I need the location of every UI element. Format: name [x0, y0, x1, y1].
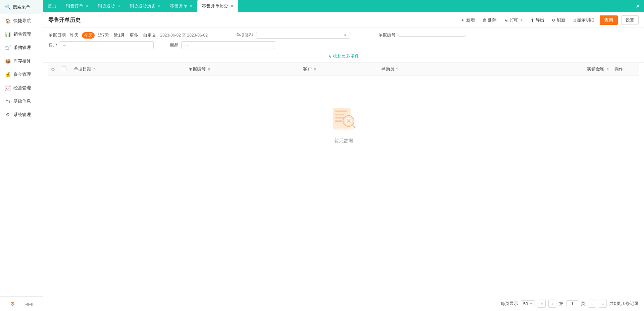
pagination-summary: 共0页, 0条记录 [609, 301, 639, 307]
th-settings[interactable]: ⚙ [48, 63, 59, 75]
th-salesperson-label: 导购员 [381, 66, 394, 71]
window-close-icon[interactable]: ✕ [636, 3, 640, 9]
tab-retail-history-label: 零售开单历史 [202, 3, 228, 9]
add-button[interactable]: ＋ 新增 [458, 16, 477, 24]
page-size-select[interactable]: 50 ▼ [521, 300, 535, 307]
customer-placeholder: ··· [63, 43, 66, 48]
th-amount-label: 实销金额 [587, 66, 604, 71]
settings-footer-icon[interactable]: ⚙ [10, 301, 15, 307]
settings-button[interactable]: 设置 [621, 15, 639, 25]
tab-retail-history-close[interactable]: ✕ [230, 4, 233, 8]
select-all-checkbox[interactable] [62, 66, 66, 71]
customer-input[interactable]: ··· [60, 41, 154, 49]
filter-doc-no-item: 单据编号 [378, 32, 465, 38]
collapse-sidebar-icon[interactable]: ◀◀ [25, 301, 33, 307]
collapse-filter-row[interactable]: ∧ 收起更多条件 [48, 52, 639, 60]
date-label: 单据日期 [48, 32, 66, 38]
date-opt-1month[interactable]: 近1月 [112, 32, 126, 39]
tab-retail-open[interactable]: 零售开单 ✕ [165, 0, 197, 12]
th-salesperson[interactable]: 导购员 ⇅ [379, 63, 475, 75]
empty-area: 暂无数据 [48, 75, 639, 171]
sidebar-search-label: 搜索采单 [13, 4, 30, 10]
empty-text: 暂无数据 [334, 138, 353, 144]
filter-row-2: 客户 ··· 商品 ··· [48, 41, 639, 49]
sidebar-item-sys-mgmt[interactable]: ⚙ 系统管理 [0, 108, 43, 121]
product-input[interactable]: ··· [181, 41, 275, 49]
page-label: 页 [581, 301, 585, 307]
page-word: 第 [559, 301, 563, 307]
empty-row: 暂无数据 [48, 75, 639, 171]
tab-sales-return[interactable]: 销货退货 ✕ [93, 0, 125, 12]
sidebar-item-label: 销售管理 [13, 31, 31, 37]
tab-sales-order-close[interactable]: ✕ [85, 4, 88, 8]
sort-docno-icon: ⇅ [208, 67, 210, 71]
sidebar-search[interactable]: 🔍 搜索采单 [0, 0, 43, 14]
sidebar: 🔍 搜索采单 🏠 快捷导航 📊 销售管理 🛒 采购管理 📦 库存核算 💰 资金管… [0, 0, 43, 311]
tab-sales-return-history-close[interactable]: ✕ [158, 4, 161, 8]
date-opt-custom[interactable]: 自定义 [142, 32, 157, 39]
print-icon: 🖨 [504, 18, 508, 23]
next-page-icon: › [591, 301, 593, 306]
query-button[interactable]: 查询 [600, 15, 618, 25]
svg-rect-5 [335, 120, 342, 122]
tab-sales-return-close[interactable]: ✕ [117, 4, 120, 8]
sidebar-item-base-info[interactable]: 🗃 基础信息 [0, 95, 43, 108]
date-opt-more[interactable]: 更多 [128, 32, 140, 39]
sidebar-item-inventory[interactable]: 📦 库存核算 [0, 54, 43, 68]
prev-page-button[interactable]: ‹ [548, 300, 556, 308]
sidebar-item-quick-nav[interactable]: 🏠 快捷导航 [0, 14, 43, 28]
date-opt-today[interactable]: 今天 [82, 32, 95, 39]
th-date[interactable]: 单据日期 ⇅ [71, 63, 186, 75]
th-amount[interactable]: 实销金额 ⇅ [497, 63, 612, 75]
home-icon: 🏠 [5, 18, 11, 24]
sidebar-item-operations[interactable]: 📈 经营管理 [0, 81, 43, 95]
next-page-button[interactable]: › [588, 300, 596, 308]
last-page-button[interactable]: » [599, 300, 607, 308]
refresh-button[interactable]: ↻ 刷新 [550, 16, 567, 24]
customer-label: 客户 [48, 42, 57, 48]
doc-no-input[interactable] [398, 34, 465, 37]
display-detail-button[interactable]: □ 显示明细 [571, 16, 596, 24]
export-icon: ⬆ [531, 18, 534, 23]
cart-icon: 🛒 [5, 45, 11, 51]
sidebar-item-finance[interactable]: 💰 资金管理 [0, 68, 43, 81]
export-label: 导出 [536, 17, 544, 23]
th-checkbox[interactable] [59, 63, 71, 75]
print-button[interactable]: 🖨 打印 ▼ [502, 16, 525, 24]
date-opt-7days[interactable]: 近7天 [97, 32, 110, 39]
tab-sales-return-history[interactable]: 销货退货历史 ✕ [125, 0, 165, 12]
delete-icon: 🗑 [482, 18, 487, 23]
tab-retail-history[interactable]: 零售开单历史 ✕ [197, 0, 238, 12]
content-area: 零售开单历史 ＋ 新增 🗑 删除 🖨 打印 ▼ ⬆ 导出 [43, 12, 644, 311]
chart-icon: 📊 [5, 31, 11, 37]
tab-sales-return-label: 销货退货 [98, 3, 115, 9]
sort-salesperson-icon: ⇅ [396, 67, 399, 71]
add-icon: ＋ [460, 17, 465, 23]
page-number-input[interactable] [566, 300, 578, 307]
th-doc-no[interactable]: 单据编号 ⇅ [186, 63, 300, 75]
sidebar-item-sales-mgmt[interactable]: 📊 销售管理 [0, 28, 43, 41]
prev-page-icon: ‹ [552, 301, 553, 306]
tab-home[interactable]: 首页 [43, 0, 61, 12]
tab-sales-order[interactable]: 销售订单 ✕ [61, 0, 93, 12]
th-doc-no-label: 单据编号 [188, 66, 206, 71]
first-page-button[interactable]: « [538, 300, 546, 308]
th-customer[interactable]: 客户 ⇅ [300, 63, 379, 75]
delete-button[interactable]: 🗑 删除 [480, 16, 499, 24]
checkbox-icon: □ [573, 18, 576, 23]
sort-amount-icon: ⇅ [606, 67, 609, 71]
sidebar-item-label: 资金管理 [13, 71, 31, 77]
collapse-label: 收起更多条件 [333, 53, 359, 59]
filter-customer-item: 客户 ··· [48, 41, 154, 49]
sidebar-item-label: 基础信息 [13, 98, 31, 104]
tab-retail-open-close[interactable]: ✕ [190, 4, 193, 8]
doc-type-select[interactable]: ▼ [256, 32, 350, 39]
refresh-label: 刷新 [557, 17, 565, 23]
filter-doc-type-item: 单据类型 ▼ [236, 32, 350, 39]
sidebar-item-purchase-mgmt[interactable]: 🛒 采购管理 [0, 41, 43, 54]
export-button[interactable]: ⬆ 导出 [529, 16, 546, 24]
product-label: 商品 [170, 42, 179, 48]
date-opt-yesterday[interactable]: 昨天 [68, 32, 80, 39]
tab-retail-open-label: 零售开单 [170, 3, 188, 9]
settings-label: 设置 [626, 17, 634, 23]
